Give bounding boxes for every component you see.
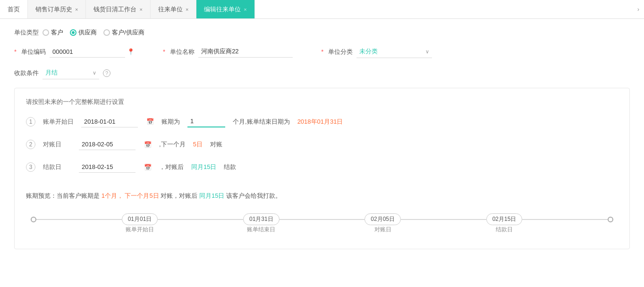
unit-name-star: * bbox=[163, 48, 165, 55]
unit-code-group: * 单位编码 📍 bbox=[14, 46, 135, 58]
period-suffix: 个月,账单结束日期为 bbox=[233, 118, 290, 126]
unit-category-star: * bbox=[321, 48, 323, 55]
unit-details-row: * 单位编码 📍 * 单位名称 * 单位分类 未分类 ∨ bbox=[14, 45, 630, 58]
timeline-pill-1: 01月01日 bbox=[122, 213, 158, 225]
tab-edit-partner[interactable]: 编辑往来单位 × bbox=[196, 0, 254, 18]
timeline-label-3: 对账日 bbox=[374, 226, 391, 234]
payment-terms-help[interactable]: ? bbox=[103, 69, 110, 77]
settings-title: 请按照未来的一个完整帐期进行设置 bbox=[26, 98, 618, 106]
cal-icon-1[interactable]: 📅 bbox=[146, 118, 154, 125]
tl-line-2 bbox=[158, 219, 243, 220]
preview-reconcile: 下一个月5日 bbox=[125, 192, 159, 199]
tab-edit-partner-label: 编辑往来单位 bbox=[204, 5, 241, 14]
unit-name-group: * 单位名称 bbox=[163, 46, 293, 58]
tl-line-3 bbox=[280, 219, 365, 220]
payment-terms-select[interactable]: 月结 ∨ bbox=[42, 67, 99, 79]
timeline-pill-4: 02月15日 bbox=[486, 213, 523, 225]
unit-code-input[interactable] bbox=[50, 46, 125, 58]
unit-type-label: 单位类型 bbox=[14, 28, 39, 37]
unit-category-label: 单位分类 bbox=[328, 48, 353, 56]
unit-category-group: * 单位分类 未分类 ∨ bbox=[321, 45, 432, 58]
tl-line-5 bbox=[522, 219, 608, 220]
tab-cash-workbench-close[interactable]: × bbox=[139, 7, 142, 12]
setting-label-3: 结款日 bbox=[43, 163, 71, 171]
radio-circle-both bbox=[103, 29, 110, 36]
payment-terms-label: 收款条件 bbox=[14, 69, 39, 77]
unit-category-arrow: ∨ bbox=[425, 49, 429, 55]
cal-icon-3[interactable]: 📅 bbox=[144, 164, 152, 171]
row2-before: ,下一个月 bbox=[159, 140, 186, 149]
preview-text: 账期预览：当前客户账期是 1个月， 下一个月5日 对账，对账后 同月15日 该客… bbox=[26, 192, 618, 200]
setting-row-2: 2 对账日 📅 ,下一个月5日 对账 bbox=[26, 139, 618, 150]
setting-label-1: 账单开始日 bbox=[43, 118, 74, 126]
payment-terms-value: 月结 bbox=[45, 68, 89, 77]
date-input-1[interactable] bbox=[81, 116, 138, 127]
timeline-dot-end bbox=[608, 217, 613, 222]
radio-group-unit-type: 客户 供应商 客户/供应商 bbox=[42, 28, 144, 37]
row3-after: 结款 bbox=[224, 163, 236, 171]
tl-line-1 bbox=[36, 219, 122, 220]
tab-bar: 首页 销售订单历史 × 钱货日清工作台 × 往来单位 × 编辑往来单位 × › bbox=[0, 0, 644, 19]
timeline-dot-start bbox=[31, 217, 36, 222]
unit-code-star: * bbox=[14, 48, 17, 55]
preview-label: 账期预览：当前客户账期是 bbox=[26, 192, 100, 199]
payment-terms-arrow: ∨ bbox=[93, 70, 96, 76]
tl-line-4 bbox=[401, 219, 486, 220]
date-input-2[interactable] bbox=[79, 139, 136, 150]
timeline-pill-3: 02月05日 bbox=[364, 213, 401, 225]
radio-circle-customer bbox=[42, 29, 49, 36]
setting-num-2: 2 bbox=[26, 140, 35, 149]
payment-terms-group: 收款条件 月结 ∨ ? bbox=[14, 67, 110, 79]
tab-sales-history-label: 销售订单历史 bbox=[35, 5, 72, 14]
setting-num-3: 3 bbox=[26, 162, 35, 172]
unit-type-group: 单位类型 客户 供应商 客户/供应商 bbox=[14, 28, 144, 37]
tab-home-label: 首页 bbox=[8, 5, 20, 14]
timeline-node-2: 01月31日 账单结束日 bbox=[243, 213, 280, 225]
radio-both[interactable]: 客户/供应商 bbox=[103, 28, 144, 37]
radio-supplier[interactable]: 供应商 bbox=[70, 28, 97, 37]
timeline-end-dot bbox=[608, 217, 613, 222]
radio-customer[interactable]: 客户 bbox=[42, 28, 63, 37]
tab-cash-workbench[interactable]: 钱货日清工作台 × bbox=[86, 0, 150, 18]
row3-before: ，对账后 bbox=[159, 163, 184, 171]
tab-sales-history[interactable]: 销售订单历史 × bbox=[28, 0, 86, 18]
settings-box: 请按照未来的一个完整帐期进行设置 1 账单开始日 📅 账期为 个月,账单结束日期… bbox=[14, 88, 630, 249]
timeline-node-1: 01月01日 账单开始日 bbox=[122, 213, 158, 225]
tab-scroll-right[interactable]: › bbox=[633, 0, 644, 18]
unit-category-select[interactable]: 未分类 ∨ bbox=[356, 45, 432, 58]
unit-category-value: 未分类 bbox=[359, 47, 422, 56]
unit-code-label: 单位编码 bbox=[21, 48, 46, 56]
payment-terms-row: 收款条件 月结 ∨ ? bbox=[14, 67, 630, 79]
tab-cash-workbench-label: 钱货日清工作台 bbox=[93, 5, 136, 14]
timeline-node-4: 02月15日 结款日 bbox=[486, 213, 523, 225]
timeline: 01月01日 账单开始日 01月31日 账单结束日 02月05日 对账日 bbox=[26, 213, 618, 225]
radio-both-label: 客户/供应商 bbox=[112, 28, 144, 37]
period-input[interactable] bbox=[187, 116, 225, 127]
unit-code-icon[interactable]: 📍 bbox=[127, 48, 135, 55]
cal-icon-2[interactable]: 📅 bbox=[144, 141, 152, 148]
setting-num-1: 1 bbox=[26, 117, 35, 127]
preview-period: 1个月， bbox=[102, 192, 123, 199]
tab-sales-history-close[interactable]: × bbox=[75, 7, 78, 12]
row2-after: 对账 bbox=[210, 140, 222, 149]
unit-name-input[interactable] bbox=[198, 46, 293, 58]
tab-home[interactable]: 首页 bbox=[0, 0, 28, 18]
row2-day: 5日 bbox=[193, 140, 203, 149]
date-input-3[interactable] bbox=[79, 161, 136, 173]
period-end-date: 2018年01月31日 bbox=[297, 118, 343, 126]
unit-name-label: 单位名称 bbox=[170, 48, 195, 56]
timeline-node-3: 02月05日 对账日 bbox=[364, 213, 401, 225]
timeline-label-4: 结款日 bbox=[496, 226, 513, 234]
timeline-label-2: 账单结束日 bbox=[247, 226, 275, 234]
tab-partner-unit-close[interactable]: × bbox=[186, 7, 188, 12]
setting-row-3: 3 结款日 📅 ，对账后 同月15日 结款 bbox=[26, 161, 618, 173]
preview-mid: 对账，对账后 bbox=[161, 192, 197, 199]
setting-label-2: 对账日 bbox=[43, 140, 71, 149]
tab-partner-unit-label: 往来单位 bbox=[158, 5, 183, 14]
tab-partner-unit[interactable]: 往来单位 × bbox=[151, 0, 196, 18]
tab-edit-partner-close[interactable]: × bbox=[244, 7, 246, 12]
radio-supplier-label: 供应商 bbox=[78, 28, 97, 37]
radio-customer-label: 客户 bbox=[51, 28, 63, 37]
preview-pay-date: 同月15日 bbox=[199, 192, 224, 199]
timeline-pill-2: 01月31日 bbox=[243, 213, 280, 225]
